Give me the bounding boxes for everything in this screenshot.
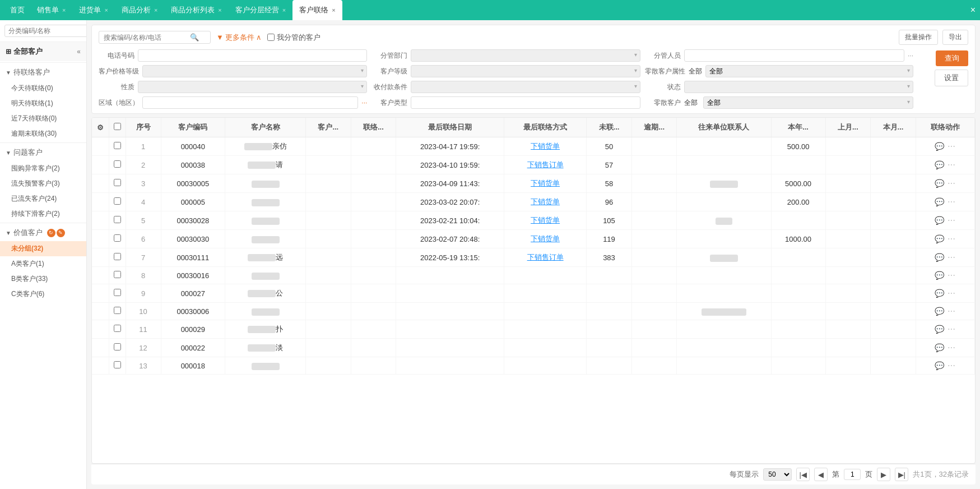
sidebar-item-tomorrow[interactable]: 明天待联络(1) [0,96,86,111]
customer-type-input[interactable] [411,96,640,109]
row-5-checkbox-input[interactable] [114,234,121,242]
row-4-last-contact-method-link[interactable]: 下销货单 [531,216,560,224]
page-prev-btn[interactable]: ◀ [814,468,828,481]
close-customer-contact-tab[interactable]: × [332,7,335,13]
row-9-chat-icon[interactable]: 💬 [935,307,944,316]
nature-select[interactable] [138,81,367,93]
tab-customer-contact[interactable]: 客户联络 × [292,0,342,20]
page-last-btn[interactable]: ▶| [895,468,908,481]
payment-select[interactable] [411,81,640,93]
row-2-last-contact-method[interactable]: 下销货单 [504,174,587,193]
retail-customer-select[interactable]: 全部 [703,96,913,109]
tab-sales[interactable]: 销售单 × [30,0,72,20]
customer-level-select[interactable] [411,65,640,77]
region-input[interactable] [142,96,358,109]
close-customer-tier-tab[interactable]: × [282,7,286,13]
retail-attr-select[interactable]: 全部 [705,65,913,77]
row-0-chat-icon[interactable]: 💬 [935,142,944,151]
page-next-btn[interactable]: ▶ [877,468,890,481]
manager-input[interactable] [684,49,904,62]
tab-product-analysis[interactable]: 商品分析 × [115,0,164,20]
sidebar-item-overdue[interactable]: 逾期未联络(30) [0,126,86,141]
sidebar-item-class-c[interactable]: C类客户(6) [0,287,86,302]
row-8-chat-icon[interactable]: 💬 [935,289,944,298]
row-7-more-icon[interactable]: ⋯ [948,271,955,280]
sidebar-item-churn-warning[interactable]: 流失预警客户(3) [0,176,86,191]
row-5-more-icon[interactable]: ⋯ [948,234,955,243]
value-customer-refresh-icon[interactable]: ↻ [47,229,55,237]
row-2-checkbox-input[interactable] [114,179,121,186]
row-7-last-contact-method[interactable] [504,267,587,284]
sidebar-search-input[interactable] [4,25,87,37]
row-4-more-icon[interactable]: ⋯ [948,216,955,225]
row-6-last-contact-method-link[interactable]: 下销售订单 [527,253,564,261]
row-4-last-contact-method[interactable]: 下销货单 [504,211,587,230]
row-5-last-contact-method-link[interactable]: 下销货单 [531,234,560,243]
sidebar-collapse-icon[interactable]: « [77,48,81,56]
row-3-more-icon[interactable]: ⋯ [948,197,955,206]
row-2-last-contact-method-link[interactable]: 下销货单 [531,179,560,187]
sidebar-group-value[interactable]: ▼ 价值客户 ↻ ✎ [0,224,86,241]
row-11-chat-icon[interactable]: 💬 [935,343,944,352]
sidebar-group-pending[interactable]: ▼ 待联络客户 [0,64,86,81]
department-select[interactable] [411,49,640,62]
row-9-checkbox-input[interactable] [114,307,121,314]
close-sales-tab[interactable]: × [62,7,66,13]
my-customers-checkbox[interactable] [267,34,275,41]
row-10-last-contact-method[interactable] [504,320,587,339]
row-9-last-contact-method[interactable] [504,303,587,320]
row-6-chat-icon[interactable]: 💬 [935,253,944,262]
row-12-last-contact-method[interactable] [504,357,587,375]
sidebar-item-class-b[interactable]: B类客户(33) [0,271,86,287]
sidebar-item-churned[interactable]: 已流失客户(24) [0,191,86,206]
per-page-select[interactable]: 50 20 100 [763,468,792,481]
query-button[interactable]: 查询 [936,50,968,66]
reset-button[interactable]: 设置 [935,70,968,86]
customer-search-icon[interactable]: 🔍 [190,33,199,41]
row-2-chat-icon[interactable]: 💬 [935,179,944,188]
row-5-last-contact-method[interactable]: 下销货单 [504,230,587,248]
close-purchase-tab[interactable]: × [104,7,108,13]
more-conditions-toggle[interactable]: ▼ 更多条件 ∧ [216,33,262,43]
row-11-last-contact-method[interactable] [504,339,587,357]
row-1-last-contact-method[interactable]: 下销售订单 [504,156,587,174]
page-first-btn[interactable]: |◀ [796,468,810,481]
row-12-more-icon[interactable]: ⋯ [948,361,955,370]
row-11-more-icon[interactable]: ⋯ [948,343,955,352]
phone-input[interactable] [138,49,367,62]
row-8-checkbox-input[interactable] [114,289,121,296]
row-10-chat-icon[interactable]: 💬 [935,325,944,334]
price-level-select[interactable] [142,65,367,77]
batch-operation-button[interactable]: 批量操作 [899,30,938,45]
value-customer-edit-icon[interactable]: ✎ [57,229,65,237]
export-button[interactable]: 导出 [942,30,968,45]
status-select[interactable] [684,81,913,93]
row-12-checkbox-input[interactable] [114,361,121,368]
sidebar-item-hoarding-abnormal[interactable]: 囤购异常客户(2) [0,161,86,176]
row-8-last-contact-method[interactable] [504,284,587,303]
close-product-analysis-tab[interactable]: × [154,7,157,13]
sidebar-all-customers[interactable]: ⊞ 全部客户 « [0,42,86,61]
row-4-checkbox-input[interactable] [114,216,121,223]
sidebar-item-class-a[interactable]: A类客户(1) [0,256,86,271]
row-1-more-icon[interactable]: ⋯ [948,160,955,169]
row-3-chat-icon[interactable]: 💬 [935,197,944,206]
row-1-chat-icon[interactable]: 💬 [935,160,944,169]
row-10-more-icon[interactable]: ⋯ [948,325,955,334]
row-4-chat-icon[interactable]: 💬 [935,216,944,225]
sidebar-item-ungrouped[interactable]: 未分组(32) [0,241,86,256]
manager-more-icon[interactable]: ··· [908,52,913,59]
row-3-last-contact-method[interactable]: 下销货单 [504,193,587,211]
row-0-checkbox-input[interactable] [114,142,121,149]
row-3-checkbox-input[interactable] [114,197,121,205]
row-0-last-contact-method-link[interactable]: 下销货单 [531,142,560,150]
row-11-checkbox-input[interactable] [114,343,121,350]
row-6-last-contact-method[interactable]: 下销售订单 [504,248,587,267]
sidebar-item-today[interactable]: 今天待联络(0) [0,81,86,96]
row-3-last-contact-method-link[interactable]: 下销货单 [531,197,560,206]
row-1-checkbox-input[interactable] [114,160,121,168]
tab-purchase[interactable]: 进货单 × [72,0,114,20]
row-9-more-icon[interactable]: ⋯ [948,307,955,316]
row-7-checkbox-input[interactable] [114,271,121,278]
row-5-chat-icon[interactable]: 💬 [935,234,944,243]
